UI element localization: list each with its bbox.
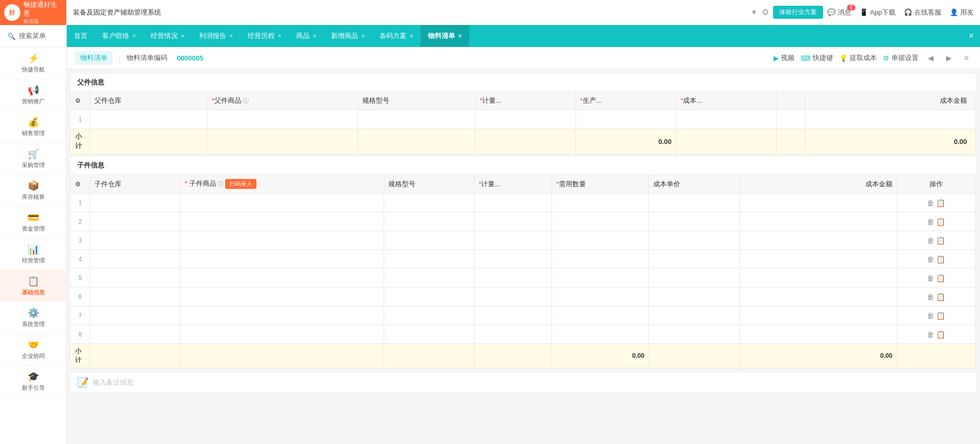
child-row-4-qty[interactable] <box>474 250 552 269</box>
child-row-5-qty[interactable] <box>474 269 552 287</box>
copy-row-2-button[interactable]: 📋 <box>936 218 945 226</box>
tab-customer[interactable]: 客户联络 × <box>95 25 143 47</box>
parent-row-1-goods[interactable] <box>207 110 358 129</box>
copy-row-1-button[interactable]: 📋 <box>936 199 945 207</box>
sidebar-item-operation[interactable]: 📊 经营管理 <box>0 238 66 270</box>
child-row-7-need-qty[interactable] <box>552 306 648 325</box>
child-row-2-unit-cost[interactable] <box>649 212 740 231</box>
child-row-8-need-qty[interactable] <box>552 325 648 344</box>
parent-row-1-cost[interactable] <box>676 110 776 129</box>
child-row-5-need-qty[interactable] <box>552 269 648 287</box>
sidebar-item-purchase[interactable]: 🛒 采购管理 <box>0 143 66 175</box>
child-row-5-unit-cost[interactable] <box>649 269 740 287</box>
tab-operation-status-close[interactable]: × <box>181 32 185 40</box>
app-download-button[interactable]: 📱 App下载 <box>860 8 896 17</box>
child-row-2-qty[interactable] <box>474 212 552 231</box>
search-menu-button[interactable]: 🔍 搜索菜单 <box>4 29 62 43</box>
child-row-8-spec[interactable] <box>384 325 474 344</box>
video-action[interactable]: ▶ 视频 <box>774 53 794 63</box>
child-row-6-need-qty[interactable] <box>552 287 648 306</box>
child-row-8-unit-cost[interactable] <box>649 325 740 344</box>
copy-row-4-button[interactable]: 📋 <box>936 255 945 263</box>
copy-row-3-button[interactable]: 📋 <box>936 236 945 245</box>
parent-row-1-warehouse[interactable] <box>90 110 207 129</box>
nav-next-button[interactable]: ▶ <box>943 54 955 62</box>
child-row-4-goods[interactable] <box>180 250 384 269</box>
parent-row-1-qty[interactable] <box>475 110 575 129</box>
delete-row-7-button[interactable]: 🗑 <box>927 311 934 320</box>
child-row-1-unit-cost[interactable] <box>649 194 740 212</box>
child-row-3-warehouse[interactable] <box>90 231 180 250</box>
child-row-3-unit-cost[interactable] <box>649 231 740 250</box>
child-th-settings[interactable]: ⚙ <box>71 175 90 194</box>
child-row-6-unit-cost[interactable] <box>649 287 740 306</box>
child-row-6-spec[interactable] <box>384 287 474 306</box>
sidebar-item-inventory[interactable]: 📦 库存核算 <box>0 175 66 207</box>
child-row-3-need-qty[interactable] <box>552 231 648 250</box>
tab-barcode-close[interactable]: × <box>410 32 413 40</box>
extract-cost-action[interactable]: 💡 提取成本 <box>839 53 877 63</box>
single-settings-action[interactable]: ⚙ 单据设置 <box>883 53 918 63</box>
scan-input-button[interactable]: 扫码录入 <box>225 179 256 189</box>
close-all-tabs-button[interactable]: × <box>963 31 980 41</box>
sidebar-item-guide[interactable]: 🎓 新手引导 <box>0 366 66 398</box>
sidebar-item-quick-nav[interactable]: ⚡ 快捷导航 <box>0 47 66 79</box>
child-row-5-goods[interactable] <box>180 269 384 287</box>
child-row-8-qty[interactable] <box>474 325 552 344</box>
child-row-3-qty[interactable] <box>474 231 552 250</box>
parent-row-1-sort[interactable] <box>776 110 805 129</box>
child-row-3-goods[interactable] <box>180 231 384 250</box>
online-service-button[interactable]: 🎧 在线客服 <box>904 8 941 17</box>
sidebar-item-sales[interactable]: 💰 销售管理 <box>0 111 66 143</box>
sidebar-item-basic-info[interactable]: 📋 基础信息 <box>0 270 66 302</box>
tab-new-goods-close[interactable]: × <box>361 32 365 40</box>
child-row-4-unit-cost[interactable] <box>649 250 740 269</box>
settings-icon[interactable]: ⚙ <box>762 7 769 17</box>
tab-profit-report-close[interactable]: × <box>229 32 233 40</box>
child-row-2-spec[interactable] <box>384 212 474 231</box>
child-row-6-qty[interactable] <box>474 287 552 306</box>
child-row-4-spec[interactable] <box>384 250 474 269</box>
child-row-5-spec[interactable] <box>384 269 474 287</box>
child-row-2-goods[interactable] <box>180 212 384 231</box>
delete-row-4-button[interactable]: 🗑 <box>927 255 934 263</box>
delete-row-5-button[interactable]: 🗑 <box>927 274 934 282</box>
tab-operation-history[interactable]: 经营历程 × <box>240 25 289 47</box>
sidebar-item-finance[interactable]: 💳 资金管理 <box>0 207 66 238</box>
copy-row-8-button[interactable]: 📋 <box>936 330 945 339</box>
child-row-2-warehouse[interactable] <box>90 212 180 231</box>
tab-home[interactable]: 首页 <box>67 25 95 47</box>
parent-th-settings[interactable]: ⚙ <box>71 92 90 110</box>
child-row-2-need-qty[interactable] <box>552 212 648 231</box>
delete-row-6-button[interactable]: 🗑 <box>927 293 934 301</box>
tab-operation-history-close[interactable]: × <box>278 32 281 40</box>
notes-hint[interactable]: 输入备注信息 <box>93 378 133 387</box>
nav-prev-button[interactable]: ◀ <box>925 54 937 62</box>
parent-row-1-produce[interactable] <box>575 110 676 129</box>
child-row-1-goods[interactable] <box>180 194 384 212</box>
child-row-6-goods[interactable] <box>180 287 384 306</box>
copy-row-5-button[interactable]: 📋 <box>936 274 945 282</box>
tab-customer-close[interactable]: × <box>132 32 136 40</box>
copy-row-7-button[interactable]: 📋 <box>936 311 945 320</box>
trial-btn[interactable]: 体验行业方案 <box>773 6 823 19</box>
child-row-7-qty[interactable] <box>474 306 552 325</box>
child-row-1-qty[interactable] <box>474 194 552 212</box>
delete-row-3-button[interactable]: 🗑 <box>927 236 934 245</box>
child-row-6-warehouse[interactable] <box>90 287 180 306</box>
child-row-7-unit-cost[interactable] <box>649 306 740 325</box>
copy-row-6-button[interactable]: 📋 <box>936 293 945 301</box>
tab-bom-close[interactable]: × <box>458 32 462 40</box>
child-row-8-warehouse[interactable] <box>90 325 180 344</box>
child-row-3-spec[interactable] <box>384 231 474 250</box>
child-row-8-goods[interactable] <box>180 325 384 344</box>
nav-menu-button[interactable]: ≡ <box>961 54 972 62</box>
child-row-4-warehouse[interactable] <box>90 250 180 269</box>
parent-row-1-spec[interactable] <box>358 110 475 129</box>
delete-row-8-button[interactable]: 🗑 <box>927 330 934 339</box>
child-row-1-warehouse[interactable] <box>90 194 180 212</box>
tab-goods-close[interactable]: × <box>313 32 316 40</box>
tab-profit-report[interactable]: 利润报告 × <box>192 25 240 47</box>
user-button[interactable]: 👤 用友 <box>950 8 974 17</box>
page-tab-bom[interactable]: 物料清单 <box>75 51 113 65</box>
